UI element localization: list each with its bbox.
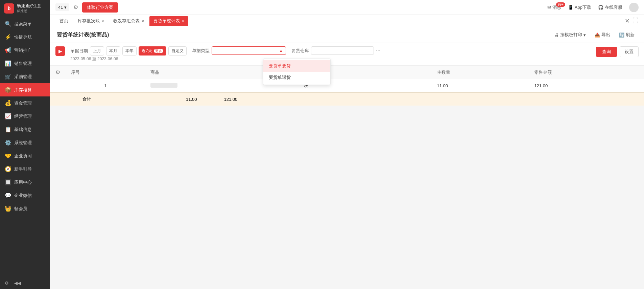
sidebar-item-member[interactable]: 👑 畅会员: [0, 202, 50, 215]
sidebar-item-finance[interactable]: 💰 资金管理: [0, 96, 50, 110]
sidebar-item-operations[interactable]: 📈 经营管理: [0, 110, 50, 123]
query-btn[interactable]: 查询: [596, 47, 617, 57]
guide-icon: 🧭: [5, 166, 11, 172]
store-dropdown-icon: ▾: [64, 5, 67, 10]
sidebar-item-quick-nav[interactable]: ⚡ 快捷导航: [0, 30, 50, 44]
sidebar: b 畅捷通好生意 标准版 🔍 搜索菜单 ⚡ 快捷导航 📢 营销推广 📊 销售管理…: [0, 0, 50, 289]
row-sales-amount: 121.00: [529, 79, 644, 92]
messages-count: 99+: [556, 2, 565, 7]
sidebar-item-guide[interactable]: 🧭 新手引导: [0, 162, 50, 176]
refresh-btn[interactable]: 🔄 刷新: [616, 30, 637, 39]
date-cur-year-btn[interactable]: 本年: [122, 46, 137, 55]
sidebar-item-purchase[interactable]: 🛒 采购管理: [0, 70, 50, 83]
system-icon: ⚙️: [5, 139, 11, 146]
tab-order-stats-label: 要货单统计表: [153, 18, 180, 24]
filter-expand-btn[interactable]: ▶: [55, 46, 65, 56]
export-label: 导出: [601, 32, 610, 38]
set-btn[interactable]: 设置: [620, 46, 639, 57]
table-header-row: ⚙ 序号 商品 主计量单位 主数量 零售金额: [50, 66, 644, 79]
sidebar-label-basic: 基础信息: [14, 127, 32, 133]
service-icon: 🎧: [598, 5, 603, 10]
print-dropdown-icon: ▾: [583, 32, 586, 38]
sidebar-item-enterprise[interactable]: 🤝 企业协同: [0, 149, 50, 162]
date-week-btn[interactable]: 近7天 更多: [139, 46, 166, 55]
sidebar-label-marketing: 营销推广: [14, 47, 32, 53]
date-buttons: 单据日期 上月 本月 本年 近7天 更多 自定义: [70, 46, 187, 55]
messages-btn[interactable]: ✉ 消息 99+: [547, 4, 561, 10]
tab-receivable-summary[interactable]: 收发存汇总表 ×: [109, 16, 148, 26]
footer-label: 合计: [82, 96, 91, 102]
sidebar-settings-btn[interactable]: ⚙: [5, 281, 9, 286]
export-btn[interactable]: 📤 导出: [592, 30, 613, 39]
print-template-btn[interactable]: 🖨 按模板打印 ▾: [552, 30, 589, 39]
export-icon: 📤: [595, 32, 600, 38]
sidebar-collapse-btn[interactable]: ◀◀: [14, 281, 21, 286]
sidebar-bottom: ⚙ ◀◀: [0, 277, 50, 289]
row-quantity: 11.00: [432, 79, 529, 92]
app-download-btn[interactable]: 📱 App下载: [568, 4, 591, 10]
wechat-icon: 💬: [5, 192, 11, 199]
industry-btn[interactable]: 体验行业方案: [82, 2, 118, 13]
table-settings-icon[interactable]: ⚙: [55, 69, 60, 75]
sidebar-item-sales[interactable]: 📊 销售管理: [0, 57, 50, 70]
store-selector[interactable]: 41 ▾: [55, 3, 69, 11]
sales-icon: 📊: [5, 60, 11, 67]
enterprise-icon: 🤝: [5, 153, 11, 159]
table-col-quantity: 主数量: [432, 66, 529, 79]
user-avatar[interactable]: [629, 3, 639, 12]
top-header: 41 ▾ ⚙ 体验行业方案 ✉ 消息 99+ 📱 App下载 🎧 在线客服: [50, 0, 644, 15]
page-actions: 🖨 按模板打印 ▾ 📤 导出 🔄 刷新: [552, 30, 637, 39]
refresh-icon: 🔄: [619, 32, 624, 38]
dropdown-item-order-goods[interactable]: 要货单要货: [263, 60, 330, 72]
operations-icon: 📈: [5, 113, 11, 119]
warehouse-filter-group: 要货仓库 ···: [291, 46, 380, 55]
sidebar-label-inventory: 库存核算: [14, 87, 32, 93]
online-service-label: 在线客服: [605, 4, 622, 10]
tabs-bar: 首页 库存批次账 × 收发存汇总表 × 要货单统计表 × ✕ ⛶: [50, 15, 644, 27]
sidebar-item-wechat[interactable]: 💬 企业微信: [0, 189, 50, 202]
date-prev-month-btn[interactable]: 上月: [90, 46, 104, 55]
sidebar-item-search[interactable]: 🔍 搜索菜单: [0, 17, 50, 30]
type-label: 单据类型: [192, 48, 210, 54]
basic-icon: 📋: [5, 126, 11, 133]
page-title: 要货单统计表(按商品): [57, 31, 109, 39]
tab-maximize-icon[interactable]: ⛶: [633, 17, 639, 24]
tab-inventory-batch-close[interactable]: ×: [102, 19, 104, 23]
tab-inventory-batch[interactable]: 库存批次账 ×: [74, 16, 108, 26]
purchase-icon: 🛒: [5, 73, 11, 80]
dropdown-item-order-return[interactable]: 要货单退货: [263, 72, 330, 83]
sidebar-item-inventory[interactable]: 📦 库存核算: [0, 83, 50, 96]
tab-home[interactable]: 首页: [55, 16, 72, 26]
date-cur-month-btn[interactable]: 本月: [106, 46, 120, 55]
data-table: ⚙ 序号 商品 主计量单位 主数量 零售金额 1: [50, 66, 644, 92]
type-dropdown-menu: 要货单要货 要货单退货: [263, 59, 331, 85]
date-filter-group: 单据日期 上月 本月 本年 近7天 更多 自定义 2023-05-06 至 20…: [70, 46, 187, 62]
tab-close-all-icon[interactable]: ✕: [625, 17, 630, 25]
sidebar-label-system: 系统管理: [14, 140, 32, 146]
app-download-label: App下载: [575, 4, 591, 10]
type-dropdown[interactable]: ▲: [212, 46, 286, 55]
sidebar-item-system[interactable]: ⚙️ 系统管理: [0, 136, 50, 149]
print-template-label: 按模板打印: [560, 32, 582, 38]
search-icon: 🔍: [5, 21, 11, 27]
message-icon: ✉: [547, 5, 551, 10]
online-service-btn[interactable]: 🎧 在线客服: [598, 4, 622, 10]
date-custom-btn[interactable]: 自定义: [168, 46, 187, 55]
sidebar-item-apps[interactable]: 🔲 应用中心: [0, 176, 50, 189]
sidebar-label-wechat: 企业微信: [14, 193, 32, 199]
tab-order-stats[interactable]: 要货单统计表 ×: [149, 16, 188, 26]
sidebar-item-basic[interactable]: 📋 基础信息: [0, 123, 50, 136]
warehouse-more-icon[interactable]: ···: [376, 48, 380, 54]
sidebar-item-marketing[interactable]: 📢 营销推广: [0, 44, 50, 57]
sidebar-label-search: 搜索菜单: [14, 21, 32, 27]
gear-settings-icon[interactable]: ⚙: [73, 4, 78, 10]
tab-receivable-summary-close[interactable]: ×: [142, 19, 144, 23]
table-col-settings[interactable]: ⚙: [50, 66, 66, 79]
tab-home-label: 首页: [59, 18, 68, 24]
tab-order-stats-close[interactable]: ×: [182, 19, 184, 23]
apps-icon: 🔲: [5, 179, 11, 185]
tab-receivable-summary-label: 收发存汇总表: [113, 18, 140, 24]
warehouse-input[interactable]: [311, 46, 374, 55]
product-placeholder: [150, 83, 177, 88]
table-col-index: 序号: [66, 66, 145, 79]
